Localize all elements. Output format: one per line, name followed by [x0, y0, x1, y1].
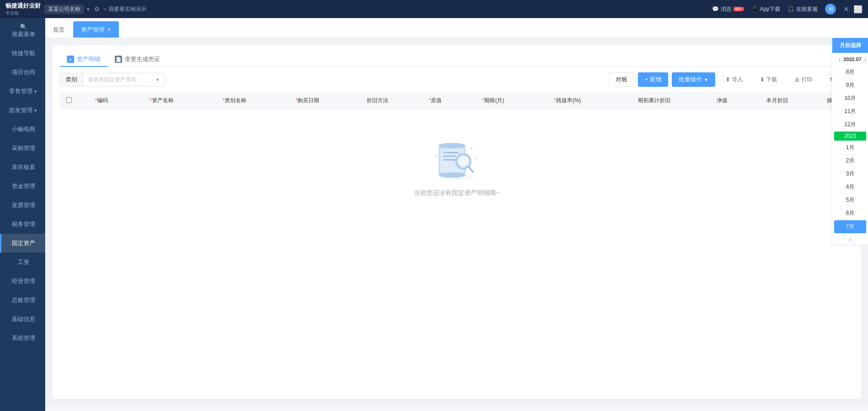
- month-item-8[interactable]: 8月: [832, 66, 868, 79]
- sidebar-item-basic-info-label: 基础信息: [5, 315, 42, 323]
- sidebar-item-salary[interactable]: 工资: [0, 253, 45, 272]
- sidebar-item-fixed-assets[interactable]: 固定资产: [0, 234, 45, 253]
- message-button[interactable]: 💬 消息 99+: [712, 5, 744, 13]
- chevron-right-icon: ›: [849, 236, 851, 243]
- user-avatar[interactable]: 用: [825, 4, 836, 14]
- app-logo: 畅捷通好业财 专业版: [5, 2, 41, 16]
- th-accumulated-depreciation-label: 期初累计折旧: [638, 97, 670, 104]
- sidebar-item-finance[interactable]: 资金管理: [0, 177, 45, 196]
- category-filter[interactable]: 类别 请选择固定资产类别 ▼: [60, 73, 165, 86]
- batch-arrow-icon: ▼: [704, 77, 708, 82]
- month-item-9[interactable]: 9月: [832, 79, 868, 92]
- th-code: *编码: [78, 92, 125, 109]
- sidebar-item-ecommerce[interactable]: 小畅电商: [0, 120, 45, 139]
- th-checkbox: [60, 92, 78, 109]
- company-name: 某某公司名称: [44, 5, 84, 14]
- filter-label: 类别: [60, 73, 83, 86]
- app-version: 专业版: [5, 10, 41, 16]
- company-selector[interactable]: 某某公司名称 ▼: [44, 5, 90, 14]
- download-icon: ⬇: [760, 76, 764, 83]
- month-item-5[interactable]: 5月: [832, 194, 868, 207]
- online-service-label: 在线客服: [796, 5, 818, 13]
- avatar: 用: [825, 4, 836, 14]
- sidebar-item-system[interactable]: 系统管理: [0, 329, 45, 348]
- demo-text: 我要看实例演示: [108, 5, 146, 13]
- import-icon: ⬆: [726, 76, 730, 83]
- sidebar-item-basic-info[interactable]: 基础信息: [0, 310, 45, 329]
- add-button[interactable]: + 新增: [638, 72, 668, 87]
- th-period-label: 期限(月): [484, 97, 504, 104]
- tab-close-icon[interactable]: ✕: [107, 27, 111, 33]
- sub-tab-asset-detail[interactable]: ≡ 资产明细: [60, 52, 108, 67]
- month-item-1[interactable]: 1月: [832, 141, 868, 154]
- sub-tab-change-voucher[interactable]: 📄 变更生成凭证: [108, 52, 167, 67]
- filter-input[interactable]: 请选择固定资产类别 ▼: [83, 74, 165, 86]
- sidebar-item-wholesale[interactable]: 批发管理 ▼: [0, 101, 45, 120]
- main-layout: 🔍 搜索菜单 快捷导航 项目合同 零售管理 ▼ 批发管理 ▼ 小畅电商 采购管理: [0, 18, 868, 411]
- sidebar-item-ecommerce-label: 小畅电商: [5, 125, 42, 133]
- sidebar-item-fixed-assets-label: 固定资产: [5, 239, 42, 247]
- window-close-area[interactable]: ✕ ⬜: [843, 5, 863, 14]
- sidebar-item-project[interactable]: 项目合同: [0, 63, 45, 82]
- add-label: + 新增: [645, 76, 661, 84]
- print-button[interactable]: 🖨 打印: [788, 73, 819, 87]
- svg-rect-4: [443, 156, 456, 157]
- message-badge: 99+: [733, 7, 744, 11]
- maximize-icon: ⬜: [854, 5, 863, 14]
- sub-tabs: ≡ 资产明细 📄 变更生成凭证: [60, 52, 854, 67]
- svg-rect-5: [443, 159, 458, 161]
- chevron-down-icon: ▼: [33, 108, 38, 113]
- headset-icon: 🎧: [788, 6, 794, 12]
- th-monthly-depreciation-label: 本月折旧: [766, 97, 788, 104]
- settings-button[interactable]: ⚙: [94, 5, 100, 13]
- filter-arrow-icon: ▼: [156, 77, 160, 82]
- month-item-12[interactable]: 12月: [832, 118, 868, 131]
- tab-asset-manage[interactable]: 资产管理 ✕: [73, 21, 119, 38]
- batch-button[interactable]: 批量操作 ▼: [672, 72, 715, 87]
- th-depreciation-method-label: 折旧方法: [367, 97, 388, 104]
- sidebar-item-tax[interactable]: 税务管理: [0, 215, 45, 234]
- bottom-scrollbar[interactable]: [45, 406, 868, 411]
- sidebar-item-search[interactable]: 🔍 搜索菜单: [0, 18, 45, 44]
- month-item-10[interactable]: 10月: [832, 92, 868, 105]
- tab-home[interactable]: 首页: [45, 21, 72, 38]
- table-header-row: *编码 *资产名称 *类别名称 *购买日期 折旧方法 *原值 *期限(月) *残…: [60, 92, 854, 109]
- sidebar-item-purchase[interactable]: 采购管理: [0, 139, 45, 158]
- month-item-2[interactable]: 2月: [832, 154, 868, 167]
- svg-text:✦: ✦: [469, 146, 473, 151]
- download-button[interactable]: ⬇ 下载: [753, 73, 784, 87]
- th-original-value-label: 原值: [431, 97, 442, 104]
- sidebar-item-ledger-label: 总账管理: [5, 296, 42, 304]
- reconcile-button[interactable]: 对账: [609, 72, 634, 87]
- sidebar-item-quick-nav[interactable]: 快捷导航: [0, 44, 45, 63]
- empty-state: ✦ ✦ ✦ 当前您还没有固定资产明细哦~: [60, 109, 854, 224]
- svg-point-9: [459, 157, 468, 166]
- import-button[interactable]: ⬆ 导入: [719, 73, 750, 87]
- empty-row: ✦ ✦ ✦ 当前您还没有固定资产明细哦~: [60, 109, 854, 225]
- demo-button[interactable]: ○ 我要看实例演示: [104, 5, 146, 13]
- svg-text:✦: ✦: [475, 156, 478, 160]
- sidebar-item-invoice[interactable]: 发票管理: [0, 196, 45, 215]
- online-service-button[interactable]: 🎧 在线客服: [788, 5, 818, 13]
- svg-rect-3: [443, 152, 459, 153]
- app-download-button[interactable]: 📱 App下载: [751, 5, 780, 13]
- month-item-4[interactable]: 4月: [832, 180, 868, 194]
- month-item-11[interactable]: 11月: [832, 105, 868, 118]
- month-panel-collapse[interactable]: ›: [832, 234, 868, 245]
- sidebar-item-retail[interactable]: 零售管理 ▼: [0, 82, 45, 101]
- tab-home-label: 首页: [53, 26, 65, 34]
- sidebar-item-ledger[interactable]: 总账管理: [0, 291, 45, 310]
- content-card: ≡ 资产明细 📄 变更生成凭证 类别 请选择固定资产类别: [52, 45, 861, 398]
- toolbar: 类别 请选择固定资产类别 ▼ 对账 + 新增: [60, 72, 854, 87]
- sidebar-item-inventory[interactable]: 库存核算: [0, 158, 45, 177]
- select-all-checkbox[interactable]: [66, 97, 72, 103]
- month-item-6[interactable]: 6月: [832, 207, 868, 220]
- month-next-button[interactable]: ›: [861, 55, 868, 64]
- month-prev-button[interactable]: ‹: [836, 55, 844, 64]
- list-icon: ≡: [67, 56, 74, 63]
- month-item-3[interactable]: 3月: [832, 167, 868, 180]
- sidebar-item-operations[interactable]: 经营管理: [0, 272, 45, 291]
- sidebar-item-quick-nav-label: 快捷导航: [5, 49, 42, 57]
- th-accumulated-depreciation: 期初累计折旧: [608, 92, 701, 109]
- month-item-7[interactable]: 7月: [834, 220, 866, 233]
